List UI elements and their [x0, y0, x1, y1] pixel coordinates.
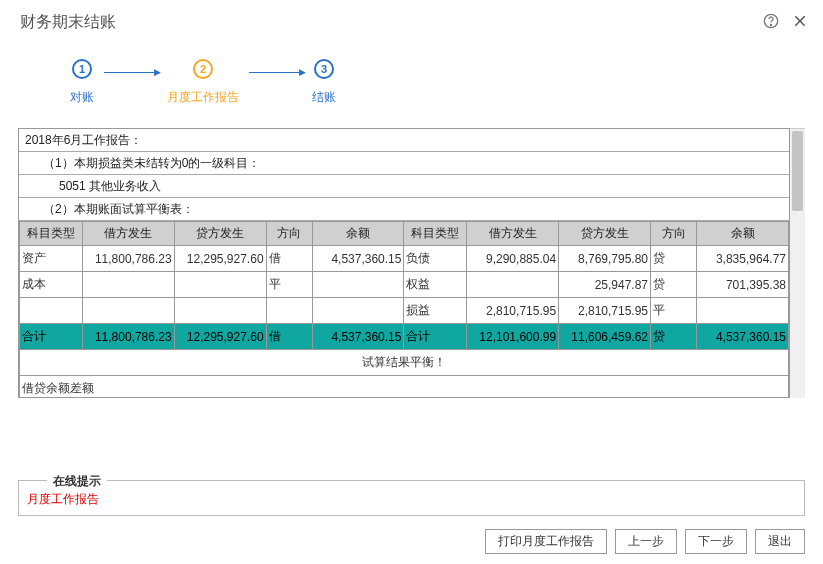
table-row: 合计11,800,786.2312,295,927.60借4,537,360.1… — [20, 324, 789, 350]
table-row: 资产11,800,786.2312,295,927.60借4,537,360.1… — [20, 246, 789, 272]
table-header-row: 科目类型借方发生贷方发生方向余额 科目类型借方发生贷方发生方向余额 — [20, 222, 789, 246]
svg-point-1 — [770, 24, 771, 25]
page-title: 财务期末结账 — [20, 12, 116, 33]
table-row: 借贷余额差额 — [20, 376, 789, 399]
report-line: 5051 其他业务收入 — [19, 175, 789, 198]
step-1[interactable]: 1 对账 — [70, 59, 94, 106]
help-icon[interactable] — [763, 13, 779, 33]
exit-button[interactable]: 退出 — [755, 529, 805, 554]
next-button[interactable]: 下一步 — [685, 529, 747, 554]
step-indicator: 1 对账 2 月度工作报告 3 结账 — [70, 59, 823, 106]
close-icon[interactable] — [793, 14, 807, 32]
balance-result: 试算结果平衡！ — [20, 350, 789, 376]
print-report-button[interactable]: 打印月度工作报告 — [485, 529, 607, 554]
table-row: 成本平 权益25,947.87贷701,395.38 — [20, 272, 789, 298]
report-line: （2）本期账面试算平衡表： — [19, 198, 789, 221]
hint-panel: 在线提示 月度工作报告 — [18, 480, 805, 516]
step-arrow-icon — [249, 63, 302, 79]
report-line: （1）本期损益类未结转为0的一级科目： — [19, 152, 789, 175]
table-row: 损益2,810,715.952,810,715.95平 — [20, 298, 789, 324]
report-panel: 2018年6月工作报告： （1）本期损益类未结转为0的一级科目： 5051 其他… — [18, 128, 790, 398]
hint-text: 月度工作报告 — [19, 481, 804, 512]
hint-label: 在线提示 — [47, 473, 107, 490]
prev-button[interactable]: 上一步 — [615, 529, 677, 554]
step-2[interactable]: 2 月度工作报告 — [167, 59, 239, 106]
vertical-scrollbar[interactable] — [790, 128, 805, 398]
step-3[interactable]: 3 结账 — [312, 59, 336, 106]
scrollbar-thumb[interactable] — [792, 131, 803, 211]
step-arrow-icon — [104, 63, 157, 79]
balance-table: 科目类型借方发生贷方发生方向余额 科目类型借方发生贷方发生方向余额 资产11,8… — [19, 221, 789, 398]
report-title: 2018年6月工作报告： — [19, 129, 789, 152]
